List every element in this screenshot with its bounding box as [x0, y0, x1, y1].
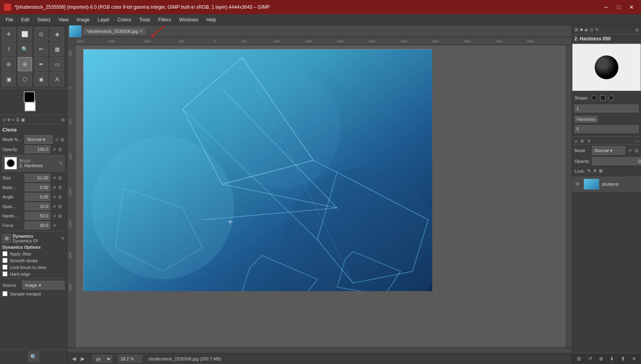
apply-jitter-checkbox[interactable] [2, 251, 8, 256]
layers-tab-btn2[interactable]: ⊕ [579, 138, 585, 144]
layer-visibility-btn[interactable]: 👁 [574, 181, 581, 188]
crop-btn[interactable]: ▦ [50, 42, 64, 56]
hard-edge-checkbox[interactable] [2, 271, 8, 276]
text-btn[interactable]: A [50, 72, 64, 86]
menu-select[interactable]: Select [33, 16, 54, 23]
menu-tools[interactable]: Tools [135, 16, 154, 23]
rp-icon1[interactable]: ⊞ [574, 27, 578, 32]
force-input[interactable] [25, 221, 50, 229]
source-dropdown[interactable]: Image ▾ [22, 281, 65, 290]
menu-windows[interactable]: Windows [175, 16, 202, 23]
shape-square-btn[interactable] [600, 95, 606, 101]
size-input[interactable] [25, 174, 50, 182]
rp-icon4[interactable]: ⊙ [589, 27, 593, 32]
mode-dropdown[interactable]: Normal ▾ [25, 135, 53, 144]
mode-reset-btn[interactable]: ↺ [54, 137, 59, 142]
opacity-reset-btn[interactable]: ↺ [52, 147, 57, 152]
path-btn[interactable]: ⌇ [2, 42, 16, 56]
rp-icon3[interactable]: ◈ [584, 27, 588, 32]
spacing-input[interactable] [25, 202, 50, 210]
rp-bottom-btn5[interactable]: ⬆ [619, 355, 627, 362]
lock-move-icon[interactable]: ✛ [593, 168, 597, 173]
panel-config-btn[interactable]: ⊞ [61, 118, 65, 122]
shape-diamond-btn[interactable] [608, 95, 614, 101]
hardness-label[interactable]: Hardness [574, 116, 598, 123]
layers-mode-reset[interactable]: ↺ [628, 149, 632, 153]
menu-edit[interactable]: Edit [17, 16, 33, 23]
paintbrush-btn[interactable]: ✒ [34, 57, 48, 71]
close-button[interactable]: ✕ [626, 2, 637, 12]
layer-item[interactable]: 👁 shutterst [572, 177, 641, 192]
menu-view[interactable]: View [54, 16, 72, 23]
shape-circle-btn[interactable] [591, 95, 597, 101]
lock-edit-icon[interactable]: ✎ [587, 168, 591, 173]
zoom-input[interactable] [118, 355, 142, 363]
bucket-btn[interactable]: ⬡ [18, 72, 32, 86]
search-tool-btn[interactable]: 🔍 [28, 351, 39, 362]
nav-forward-btn[interactable]: ▶ [79, 355, 86, 362]
size-reset-btn[interactable]: ↺ [52, 176, 57, 180]
lock-alpha-icon[interactable]: ⊞ [599, 168, 603, 173]
unit-select[interactable]: px mm in [93, 355, 112, 363]
layers-tab-btn1[interactable]: ≡ [574, 139, 578, 144]
scrollbar-vertical[interactable] [566, 45, 572, 347]
clone-btn[interactable]: ⊕ [18, 57, 32, 71]
brush-swatch[interactable] [4, 157, 17, 170]
minimize-button[interactable]: ─ [601, 2, 612, 12]
canvas-scroll-area[interactable] [75, 45, 566, 347]
menu-colors[interactable]: Colors [114, 16, 135, 23]
menu-file[interactable]: File [2, 16, 17, 23]
menu-help[interactable]: Help [202, 16, 220, 23]
foreground-color-swatch[interactable] [24, 91, 35, 103]
nav-back-btn[interactable]: ◀ [71, 355, 78, 362]
aspect-input[interactable] [25, 183, 50, 191]
menu-layer[interactable]: Layer [94, 16, 114, 23]
angle-input[interactable] [25, 193, 50, 201]
angle-reset-btn[interactable]: ↺ [52, 195, 57, 199]
lock-brush-checkbox[interactable] [2, 265, 8, 270]
tab-close-btn[interactable]: ✕ [139, 29, 143, 33]
hardness-value-input[interactable] [574, 125, 639, 133]
eraser-btn[interactable]: ▭ [50, 57, 64, 71]
sample-merged-checkbox[interactable] [2, 291, 8, 296]
hardness-reset-btn[interactable]: ↺ [52, 214, 57, 218]
rp-bottom-btn6[interactable]: ✕ [630, 355, 638, 362]
rp-icon5[interactable]: ✎ [595, 27, 599, 32]
rp-bottom-btn1[interactable]: ⊞ [575, 355, 583, 362]
hardness-label: Hardn... [2, 213, 23, 218]
move-tool-btn[interactable]: ✛ [2, 27, 16, 41]
aspect-reset-btn[interactable]: ↺ [52, 185, 57, 190]
rp-bottom-btn2[interactable]: ↺ [586, 355, 594, 362]
smooth-stroke-checkbox[interactable] [2, 258, 8, 263]
layers-mode-dropdown[interactable]: Normal ▾ [592, 146, 625, 155]
image-thumbnail[interactable] [69, 25, 82, 38]
layers-config-btn[interactable]: ⋯ [635, 139, 639, 144]
menu-image[interactable]: Image [72, 16, 93, 23]
scrollbar-horizontal[interactable] [67, 347, 572, 353]
layers-opacity-input[interactable] [592, 157, 641, 165]
rp-bottom-btn4[interactable]: ⬇ [608, 355, 616, 362]
warp-btn[interactable]: ⊛ [2, 57, 16, 71]
canvas-tab[interactable]: *shutterstock_2535506.jpg ✕ [83, 28, 146, 35]
zoom-btn[interactable]: 🔍 [18, 42, 32, 56]
blend-btn[interactable]: ▣ [2, 72, 16, 86]
menu-filters[interactable]: Filters [154, 16, 175, 23]
brush-info: Brush 2. Hardness [19, 158, 43, 168]
spacing-reset-btn[interactable]: ↺ [52, 204, 57, 209]
dynamics-edit-btn[interactable]: ✎ [61, 236, 65, 241]
rect-select-btn[interactable]: ⬜ [18, 27, 32, 41]
rp-icon2[interactable]: ■ [580, 27, 583, 32]
hardness-input[interactable] [25, 212, 50, 220]
free-select-btn[interactable]: ⊙ [34, 27, 48, 41]
opacity-input[interactable] [25, 145, 50, 153]
brush-value-input[interactable] [574, 105, 639, 112]
color-picker-btn[interactable]: ✏ [34, 42, 48, 56]
fuzzy-select-btn[interactable]: ◈ [50, 27, 64, 41]
brush-edit-btn[interactable]: ✎ [59, 161, 63, 166]
maximize-button[interactable]: □ [613, 2, 624, 12]
rp-bottom-btn3[interactable]: ⊕ [597, 355, 605, 362]
rp-config-icon[interactable]: ⊟ [635, 28, 639, 32]
smudge-btn[interactable]: ◉ [34, 72, 48, 86]
layers-tab-btn3[interactable]: ✕ [586, 138, 592, 144]
force-reset-btn[interactable]: ↺ [52, 223, 57, 228]
